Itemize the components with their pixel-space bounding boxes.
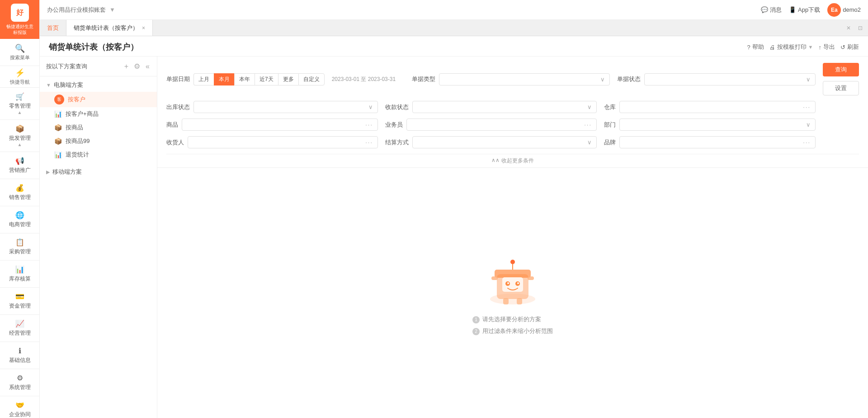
group-arrow-icon: ▼ [46,82,51,88]
settlement-caret: ∨ [587,139,592,146]
sidebar-item-collab[interactable]: 🤝 企业协同 [0,396,39,418]
scheme-item-by-customer[interactable]: 客 按客户 [40,92,157,107]
voucher-type-select[interactable]: ∨ [439,73,610,86]
mobile-arrow-icon: ▶ [46,169,50,175]
sidebar-item-retail[interactable]: 🛒 零售管理 ▲ [0,88,39,120]
svg-point-6 [507,282,509,284]
refresh-icon: ↺ [840,44,845,51]
app-download-button[interactable]: 📱 App下载 [789,6,820,14]
scheme-item-by-product[interactable]: 📦 按商品 [40,121,157,134]
scheme-item-by-product-99[interactable]: 📦 按商品99 [40,134,157,148]
settlement-label: 结算方式 [385,138,409,147]
tab-close-window-icon[interactable]: ✕ [846,25,851,31]
query-button[interactable]: 查询 [823,63,859,76]
voucher-status-label: 单据状态 [617,75,641,83]
header-title: 办公用品行业模拟账套 [47,6,106,14]
sidebar-item-basic[interactable]: ℹ 基础信息 [0,342,39,369]
department-select[interactable]: ∨ [619,119,816,131]
voucher-type-label: 单据类型 [412,75,435,83]
scheme-box-icon-2: 📦 [54,138,62,145]
date-btn-last-month[interactable]: 上月 [193,73,214,86]
sidebar-item-wholesale[interactable]: 📦 批发管理 ▲ [0,120,39,152]
collab-icon: 🤝 [15,401,24,409]
sidebar-item-operation[interactable]: 📈 经营管理 [0,315,39,342]
basic-icon: ℹ [19,347,21,355]
settings-button[interactable]: 设置 [823,81,859,95]
sidebar: 好 畅捷通好生意 标报版 🔍 搜索菜单 ⚡ 快捷导航 🛒 零售管理 ▲ 📦 批发… [0,0,40,418]
date-range-text: 2023-03-01 至 2023-03-31 [332,76,396,83]
header-right: 💬 消息 📱 App下载 Ea demo2 [761,3,861,17]
sidebar-item-finance[interactable]: 💳 资金管理 [0,288,39,315]
sidebar-item-sales[interactable]: 💰 销售管理 [0,179,39,206]
stock-status-select[interactable]: ∨ [193,101,378,113]
date-filter: 上月 本月 本年 近7天 更多 自定义 [193,73,325,86]
finance-icon: 💳 [15,292,24,301]
page-content: 销货单统计表（按客户） ? 帮助 🖨 按模板打印 ▼ ↑ 导出 ↺ 刷新 [40,36,868,418]
voucher-status-select[interactable]: ∨ [644,73,816,86]
msg-button[interactable]: 💬 消息 [761,6,782,14]
filter-area: 单据日期 上月 本月 本年 近7天 更多 自定义 2023-03-01 至 20… [157,57,868,168]
scheme-group-desktop-title[interactable]: ▼ 电脑端方案 [40,78,157,92]
sidebar-item-purchase[interactable]: 📋 采购管理 [0,233,39,261]
print-button[interactable]: 🖨 按模板打印 ▼ [769,43,813,51]
export-icon: ↑ [819,44,822,51]
refresh-button[interactable]: ↺ 刷新 [840,43,859,51]
scheme-item-by-customer-product[interactable]: 📊 按客户+商品 [40,107,157,121]
svg-rect-12 [503,298,509,304]
export-button[interactable]: ↑ 导出 [819,43,835,51]
sidebar-search[interactable]: 🔍 搜索菜单 [0,39,39,66]
content-body: 按以下方案查询 + ⚙ « ▼ 电脑端方案 客 按客户 [40,57,868,418]
brand-label: 品牌 [604,138,616,147]
purchase-icon: 📋 [15,238,24,247]
empty-illustration [483,249,542,308]
logo-icon: 好 [11,4,29,22]
scheme-collapse-button[interactable]: « [145,62,151,71]
voucher-type-caret: ∨ [600,76,605,83]
scheme-item-return-stat[interactable]: 📊 退货统计 [40,148,157,162]
collapse-bar[interactable]: ∧∧ 收起更多条件 [166,154,859,167]
scheme-chart-icon-2: 📊 [54,151,62,158]
sidebar-item-marketing[interactable]: 📢 营销推广 [0,152,39,179]
sales-icon: 💰 [15,184,24,192]
settlement-select[interactable]: ∨ [412,136,597,148]
receiver-select[interactable]: ··· [188,136,378,148]
user-menu[interactable]: Ea demo2 [827,3,861,17]
wholesale-icon: 📦 [15,124,24,133]
sidebar-quicknav[interactable]: ⚡ 快捷导航 [0,66,39,88]
date-btn-last-7[interactable]: 近7天 [255,73,278,86]
help-button[interactable]: ? 帮助 [747,43,764,51]
brand-select[interactable]: ··· [619,136,816,148]
quicknav-icon: ⚡ [15,68,25,78]
operation-icon: 📈 [15,319,24,328]
sidebar-item-system[interactable]: ⚙ 系统管理 [0,369,39,396]
salesperson-select[interactable]: ··· [406,119,597,131]
tab-close-icon[interactable]: × [142,25,145,31]
main-area: 办公用品行业模拟账套 ▼ 💬 消息 📱 App下载 Ea demo2 首页 销货… [40,0,868,418]
header-dropdown-icon[interactable]: ▼ [109,6,115,13]
date-btn-more[interactable]: 更多 [278,73,298,86]
sidebar-item-ecommerce[interactable]: 🌐 电商管理 [0,206,39,233]
payment-caret: ∨ [587,104,592,110]
sidebar-item-inventory[interactable]: 📊 库存核算 [0,261,39,288]
scheme-group-mobile: ▶ 移动端方案 [40,163,157,180]
tab-sales-stat[interactable]: 销货单统计表（按客户） × [66,20,153,36]
help-icon: ? [747,44,750,51]
empty-state: 请先选择要分析的方案 用过滤条件来缩小分析范围 [157,168,868,418]
date-btn-custom[interactable]: 自定义 [298,73,325,86]
scheme-chart-icon-1: 📊 [54,110,62,118]
action-buttons: 查询 设置 [823,63,859,95]
date-btn-this-year[interactable]: 本年 [234,73,255,86]
payment-status-select[interactable]: ∨ [412,101,597,113]
svg-rect-11 [528,276,534,280]
warehouse-select[interactable]: ··· [619,101,816,113]
product-label: 商品 [166,121,178,129]
product-select[interactable]: ··· [182,119,378,131]
date-btn-this-month[interactable]: 本月 [214,73,234,86]
scheme-group-mobile-title[interactable]: ▶ 移动端方案 [40,165,157,179]
voucher-status-caret: ∨ [806,76,811,83]
scheme-settings-button[interactable]: ⚙ [133,61,141,71]
tab-maximize-icon[interactable]: ⊡ [858,25,863,31]
inventory-icon: 📊 [15,265,24,274]
scheme-add-button[interactable]: + [123,62,129,71]
tab-home[interactable]: 首页 [40,20,66,36]
